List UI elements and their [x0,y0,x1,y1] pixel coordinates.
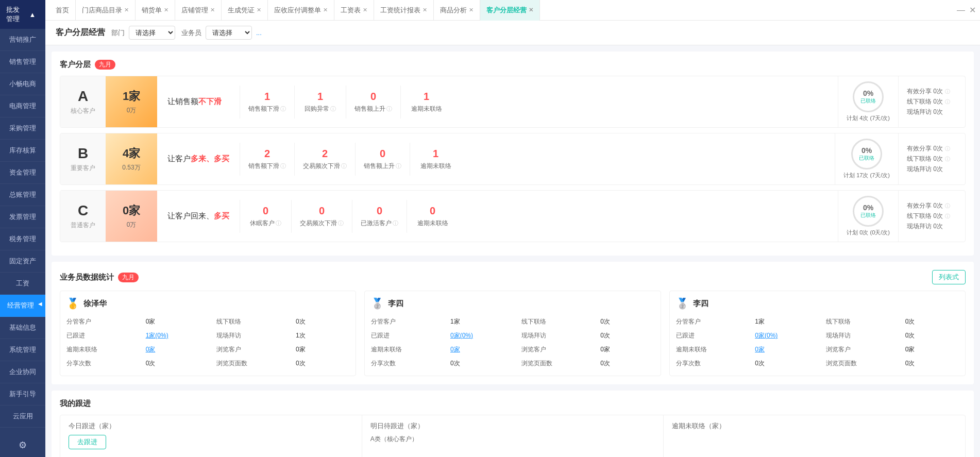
sidebar-item-xiaochang[interactable]: 小畅电商 [0,73,45,95]
stat-cell-b-3: 1 逾期未联络 [410,143,461,176]
medal-icon-1: 🥈 [371,297,384,310]
sidebar-item-xitong[interactable]: 系统管理 [0,339,45,361]
follow-col-tomorrow: 明日待跟进（家） A类（核心客户） [362,415,664,457]
sidebar-item-kucun[interactable]: 库存核算 [0,140,45,162]
tab-close-icon[interactable]: ✕ [257,7,261,13]
follow-overdue-title: 逾期未联络（家） [672,421,957,431]
tab-gongzibiao[interactable]: 工资表 ✕ [334,0,374,21]
sidebar-collapse-icon[interactable]: ▲ [23,11,42,19]
tier-label-b: B 重要客户 [60,133,106,184]
tier-row-c: C 普通客户 0家 0万 让客户回来、多买 0 休眠客户ⓘ 0 [60,190,966,242]
list-view-button[interactable]: 列表式 [932,270,966,284]
tab-shengpingzhengjing[interactable]: 生成凭证 ✕ [222,0,268,21]
contact-circle-b: 0% 已联络 [851,139,882,170]
tier-count-a: 1家 0万 [106,76,157,127]
follow-col-today: 今日跟进（家） 去跟进 未跟进 已联络 未联络① 下次跟进① [60,415,362,457]
tab-close-icon[interactable]: ✕ [469,7,474,13]
staff-header-1: 🥈 李四 [371,297,654,310]
sidebar-item-gongzi[interactable]: 工资 [0,273,45,295]
stat-cell-a-3: 1 逾期未联络 [400,86,452,119]
sidebar-item-jichu[interactable]: 基础信息 [0,317,45,339]
sidebar-settings[interactable]: ⚙ [0,433,45,457]
tab-close-icon[interactable]: ✕ [124,7,129,13]
sidebar-item-fapiao[interactable]: 发票管理 [0,206,45,228]
sidebar-item-jingying[interactable]: 经营管理 ◀ [0,295,45,317]
info-icon[interactable]: ⓘ [945,156,950,163]
stat-cell-c-2: 0 已激活客户ⓘ [352,200,407,233]
sidebar-item-qiye[interactable]: 企业协同 [0,361,45,383]
biz-stats-title: 业务员数据统计 [60,273,114,282]
tier-right-stats-a: 有效分享 0次ⓘ 线下联络 0次ⓘ 现场拜访 0次 [898,76,965,127]
sidebar-item-zijin[interactable]: 资金管理 [0,162,45,184]
tier-slogan-a: 让销售额不下滑 [157,76,240,127]
stat-cell-c-1: 0 交易频次下滑ⓘ [291,200,352,233]
go-follow-button[interactable]: 去跟进 [69,435,106,449]
stat-cell-a-0: 1 销售额下滑ⓘ [240,86,294,119]
customer-tier-header: 客户分层 九月 [60,60,966,70]
main-area: 首页 门店商品目录 ✕ 销货单 ✕ 店铺管理 ✕ 生成凭证 ✕ 应收应付调整单 … [45,0,980,457]
sidebar-logo[interactable]: 批发管理 ▲ [0,0,45,29]
tier-row-b: B 重要客户 4家 0.53万 让客户多来、多买 2 销售额下滑ⓘ 2 [60,133,966,185]
tier-contact-a: 0% 已联络 计划 4次 (7天/次) [838,76,898,127]
tier-stats-a: 1 销售额下滑ⓘ 1 回购异常ⓘ 0 销售额上升ⓘ 1 逾期未联络 [240,76,838,127]
info-icon[interactable]: ⓘ [945,88,950,95]
tab-bar-actions: — ✕ [957,5,976,15]
info-icon[interactable]: ⓘ [945,98,950,106]
tab-xiaohuo[interactable]: 销货单 ✕ [136,0,175,21]
tab-kehu[interactable]: 客户分层经营 ✕ [480,0,540,21]
contact-circle-c: 0% 已联络 [853,196,884,227]
staff-name-2: 李四 [693,299,708,309]
sidebar-item-xinshou[interactable]: 新手引导 [0,383,45,405]
follow-tomorrow-title: 明日待跟进（家） [370,421,655,431]
tab-close-icon[interactable]: ✕ [423,7,427,13]
window-close-icon[interactable]: ✕ [969,5,976,15]
salesman-select[interactable]: 请选择 [206,26,252,40]
sidebar-item-guding[interactable]: 固定资产 [0,250,45,273]
staff-card-0: 🥇 徐泽华 分管客户 0家 线下联络 0次 已跟进 1家(0%) 现场拜访 1次… [60,291,356,376]
tab-yingshou[interactable]: 应收应付调整单 ✕ [268,0,334,21]
tab-mendian[interactable]: 门店商品目录 ✕ [76,0,136,21]
dept-filter-group: 部门 请选择 [111,26,175,40]
page-content: 客户分层经营 部门 请选择 业务员 请选择 ... 客户分层 九月 [45,21,980,457]
customer-tier-title: 客户分层 [60,60,91,70]
tier-label-a: A 核心客户 [60,76,106,127]
tab-shangpinfen[interactable]: 商品分析 ✕ [434,0,480,21]
staff-header-2: 🥈 李四 [676,297,959,310]
medal-icon-0: 🥇 [66,297,79,310]
tier-label-c: C 普通客户 [60,191,106,242]
follow-cols: 今日跟进（家） 去跟进 未跟进 已联络 未联络① 下次跟进① 明日待跟进（家） … [60,415,966,457]
staff-header-0: 🥇 徐泽华 [66,297,349,310]
salesman-filter-group: 业务员 请选择 ... [181,26,262,40]
tier-stats-c: 0 休眠客户ⓘ 0 交易频次下滑ⓘ 0 已激活客户ⓘ 0 逾期未联络 [240,191,838,242]
info-icon[interactable]: ⓘ [945,213,950,220]
contact-plan-b: 计划 17次 (7天/次) [843,172,890,179]
tab-close-icon[interactable]: ✕ [164,7,168,13]
tab-home[interactable]: 首页 [49,0,76,21]
tab-close-icon[interactable]: ✕ [363,7,367,13]
sidebar-item-shuiwu[interactable]: 税务管理 [0,228,45,250]
tab-close-icon[interactable]: ✕ [210,7,215,13]
biz-stats-header: 业务员数据统计 九月 列表式 [60,270,966,284]
contact-plan-a: 计划 4次 (7天/次) [847,114,890,122]
sidebar-item-diangshang[interactable]: 电商管理 [0,95,45,117]
medal-icon-2: 🥈 [676,297,689,310]
tier-right-stats-c: 有效分享 0次ⓘ 线下联络 0次ⓘ 现场拜访 0次 [898,191,965,242]
sidebar-item-yun[interactable]: 云应用 [0,405,45,428]
stat-cell-b-1: 2 交易频次下滑ⓘ [294,143,355,176]
tab-close-icon[interactable]: ✕ [529,7,533,13]
staff-name-1: 李四 [388,299,403,309]
tier-contact-b: 0% 已联络 计划 17次 (7天/次) [835,133,898,184]
more-filter-btn[interactable]: ... [256,29,262,37]
dept-select[interactable]: 请选择 [129,26,175,40]
sidebar-item-yingxiao[interactable]: 营销推广 [0,29,45,51]
tab-dianpu[interactable]: 店铺管理 ✕ [175,0,222,21]
info-icon[interactable]: ⓘ [945,202,950,210]
info-icon[interactable]: ⓘ [945,145,950,153]
sidebar-item-zonghang[interactable]: 总账管理 [0,184,45,206]
tab-close-icon[interactable]: ✕ [323,7,328,13]
tab-gongzitongji[interactable]: 工资统计报表 ✕ [374,0,434,21]
stat-cell-b-0: 2 销售额下滑ⓘ [240,143,294,176]
window-minimize-icon[interactable]: — [957,6,965,15]
sidebar-item-caigou[interactable]: 采购管理 [0,117,45,140]
sidebar-item-xiaoshou[interactable]: 销售管理 [0,51,45,73]
